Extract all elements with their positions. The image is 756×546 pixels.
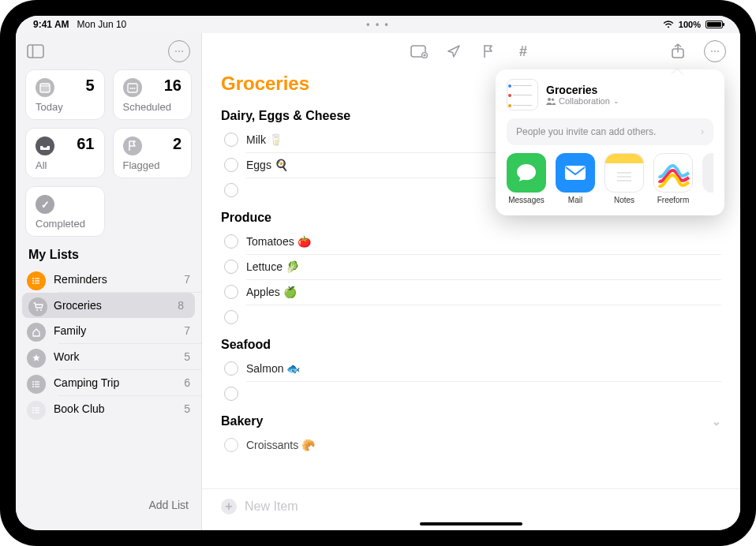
list-row-camping[interactable]: Camping Trip 6 (27, 370, 201, 395)
sidebar: ⋯ 5 Today 16 Sched (16, 33, 202, 530)
radio-unchecked-icon[interactable] (224, 133, 238, 147)
list-row-family[interactable]: Family 7 (27, 318, 201, 343)
app-icon (702, 153, 713, 193)
smart-today-count: 5 (85, 77, 94, 95)
share-subtitle[interactable]: Collaboration ⌄ (546, 96, 619, 106)
reminder-text: Apples 🍏 (246, 286, 297, 298)
reminder-item[interactable]: Tomatoes 🍅 (224, 230, 721, 254)
group-header-bakery[interactable]: Bakery ⌄ (221, 406, 721, 433)
multitasking-dots[interactable]: • • • (366, 19, 389, 30)
radio-unchecked-icon[interactable] (224, 285, 238, 299)
reminder-item-empty[interactable] (224, 382, 721, 406)
smart-flagged-label: Flagged (123, 159, 182, 171)
list-name: Book Club (54, 402, 105, 415)
list-name: Reminders (54, 273, 107, 286)
reminder-text: Croissants 🥐 (246, 439, 315, 451)
messages-icon (507, 153, 546, 193)
reminder-text: Milk 🥛 (246, 133, 283, 146)
radio-unchecked-icon[interactable] (224, 158, 238, 172)
list-row-groceries[interactable]: Groceries 8 (22, 293, 195, 318)
plus-circle-icon[interactable]: + (221, 499, 237, 514)
radio-unchecked-icon[interactable] (224, 387, 238, 401)
svg-point-8 (133, 88, 135, 89)
flag-icon[interactable] (480, 43, 497, 60)
smart-flagged-count: 2 (173, 135, 182, 153)
radio-unchecked-icon[interactable] (224, 183, 238, 197)
list-row-work[interactable]: Work 5 (27, 344, 201, 369)
checkmark-icon (36, 195, 54, 214)
main-more-icon[interactable]: ⋯ (704, 40, 726, 62)
smart-scheduled-tile[interactable]: 16 Scheduled (113, 69, 193, 120)
reminder-item[interactable]: Croissants 🥐 (224, 433, 721, 458)
radio-unchecked-icon[interactable] (224, 234, 238, 249)
list-count: 8 (178, 299, 184, 312)
share-app-label: Messages (508, 196, 545, 204)
share-app-label: Freeform (657, 196, 690, 204)
radio-unchecked-icon[interactable] (224, 260, 238, 274)
notes-icon (604, 153, 644, 193)
house-icon (27, 323, 46, 342)
svg-point-20 (32, 381, 34, 383)
radio-unchecked-icon[interactable] (224, 438, 238, 452)
share-icon[interactable] (669, 43, 687, 60)
smart-all-count: 61 (77, 135, 94, 153)
reminder-item-empty[interactable] (224, 305, 721, 330)
reminder-item[interactable]: Salmon 🐟 (224, 357, 721, 381)
svg-point-12 (32, 278, 34, 279)
sidebar-more-icon[interactable]: ⋯ (168, 40, 190, 62)
chevron-down-icon[interactable]: ⌄ (712, 415, 721, 428)
calendar-badge-icon[interactable] (410, 43, 428, 60)
home-indicator[interactable] (420, 522, 522, 525)
list-bullet-icon (27, 271, 46, 290)
smart-flagged-tile[interactable]: 2 Flagged (113, 128, 193, 178)
smart-all-label: All (36, 159, 95, 171)
new-item-button[interactable]: New Item (245, 499, 298, 514)
smart-scheduled-label: Scheduled (123, 101, 182, 113)
svg-point-28 (32, 412, 34, 413)
reminder-item[interactable]: Lettuce 🥬 (224, 255, 721, 279)
calendar-icon (36, 78, 54, 97)
group-header-seafood[interactable]: Seafood (221, 330, 721, 357)
flag-icon (123, 136, 142, 155)
share-title: Groceries (546, 84, 619, 96)
radio-unchecked-icon[interactable] (224, 361, 238, 376)
cart-icon (28, 297, 47, 316)
smart-completed-tile[interactable]: Completed (25, 186, 105, 237)
share-app-notes[interactable]: Notes (604, 153, 644, 204)
main: # ⋯ Groceries Dairy, Eggs & Cheese Milk … (202, 33, 740, 530)
statusbar: 9:41 AM Mon Jun 10 • • • 100% (16, 16, 740, 33)
share-permissions-row[interactable]: People you invite can add others. › (507, 118, 713, 145)
share-app-messages[interactable]: Messages (507, 153, 546, 204)
battery-pct: 100% (679, 20, 701, 29)
reminder-text: Tomatoes 🍅 (246, 235, 311, 248)
toggle-sidebar-icon[interactable] (27, 43, 44, 60)
svg-point-6 (129, 88, 131, 89)
smart-all-tile[interactable]: 61 All (25, 128, 105, 178)
location-icon[interactable] (445, 43, 462, 60)
share-app-more[interactable] (702, 153, 713, 204)
smart-today-tile[interactable]: 5 Today (25, 69, 105, 120)
person-2-icon (546, 97, 556, 105)
list-bullet-icon (27, 401, 46, 420)
svg-point-15 (36, 309, 38, 311)
share-app-freeform[interactable]: Freeform (653, 153, 693, 204)
tray-icon (36, 136, 54, 155)
svg-point-7 (132, 88, 133, 89)
list-bullet-icon (27, 375, 46, 394)
add-list-button[interactable]: Add List (148, 499, 189, 511)
chevron-down-icon: ⌄ (613, 97, 619, 105)
svg-point-36 (552, 99, 554, 101)
chevron-right-icon: › (701, 126, 704, 137)
smart-today-label: Today (36, 101, 95, 113)
list-name: Family (54, 324, 86, 337)
share-app-mail[interactable]: Mail (556, 153, 595, 204)
reminder-item[interactable]: Apples 🍏 (224, 280, 721, 305)
tag-icon[interactable]: # (515, 43, 532, 60)
list-row-reminders[interactable]: Reminders 7 (27, 267, 201, 292)
list-row-bookclub[interactable]: Book Club 5 (27, 396, 201, 421)
svg-rect-0 (28, 45, 43, 58)
svg-point-14 (32, 282, 34, 284)
radio-unchecked-icon[interactable] (224, 310, 238, 324)
svg-rect-37 (565, 166, 586, 180)
mail-icon (556, 153, 595, 193)
